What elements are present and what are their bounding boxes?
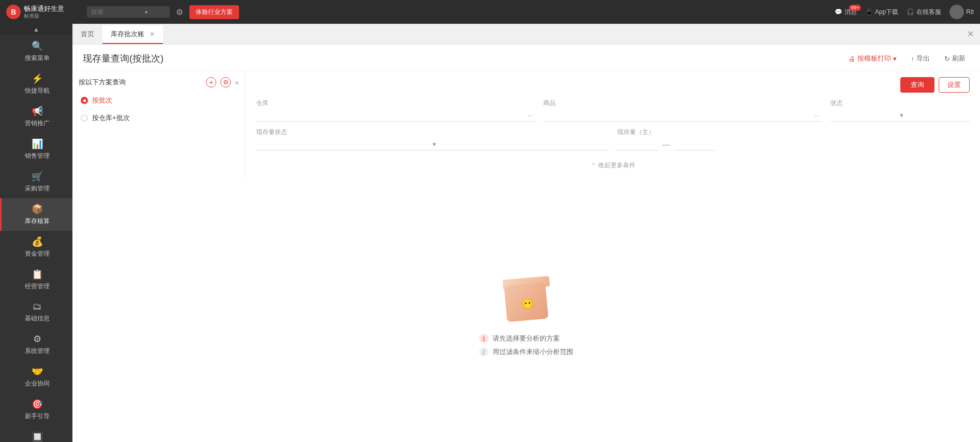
sidebar: ▲ 🔍 搜索菜单 ⚡ 快捷导航 📢 营销推广 📊 销售管理 🛒 采购管理 📦 库… [0,24,72,442]
main-layout: ▲ 🔍 搜索菜单 ⚡ 快捷导航 📢 营销推广 📊 销售管理 🛒 采购管理 📦 库… [0,24,980,442]
sidebar-item-apps[interactable]: 🔲 应用中心 [0,426,72,442]
filter-warehouse-field: 仓库 ··· [256,99,535,122]
warehouse-input[interactable] [256,109,526,121]
tab-inventory-batch[interactable]: 库存批次账 ✕ [102,25,163,44]
sidebar-item-system[interactable]: ⚙ 系统管理 [0,328,72,361]
empty-illustration: 😶 [495,263,557,326]
sidebar-item-sales[interactable]: 📊 销售管理 [0,133,72,166]
inventory-qty-max-input[interactable] [674,138,716,151]
warehouse-input-wrapper: ··· [256,109,535,122]
sidebar-item-operation[interactable]: 📋 经营管理 [0,263,72,296]
lightning-icon: ⚡ [32,73,43,84]
tab-close-icon[interactable]: ✕ [150,31,155,38]
filter-panel-actions: + ⚙ « [206,77,239,87]
top-bar-right: 💬 消息 99+ 📱 App下载 🎧 在线客服 Rit [835,5,974,19]
print-template-button[interactable]: 🖨 按模板打印 ▾ [844,52,901,65]
clipboard-icon: 📋 [32,269,43,280]
search-dropdown-arrow[interactable]: ▾ [145,9,147,15]
experience-button[interactable]: 体验行业方案 [189,5,239,19]
export-button[interactable]: ↑ 导出 [907,52,934,65]
online-service-button[interactable]: 🎧 在线客服 [907,8,941,17]
sidebar-item-enterprise[interactable]: 🤝 企业协同 [0,361,72,393]
box-face: 😶 [521,297,534,311]
filter-option-by-batch[interactable]: 按批次 [72,92,245,109]
megaphone-icon: 📢 [32,106,43,117]
inventory-status-arrow[interactable]: ▾ [433,140,609,148]
filter-product-field: 商品 ··· [543,99,822,122]
money-icon: 💰 [32,236,43,247]
filter-add-button[interactable]: + [206,77,216,87]
inventory-qty-label: 现存量（主） [617,128,970,137]
empty-state: 😶 1 请先选择要分析的方案 2 用过滤条件来缩小分析范围 [72,178,980,442]
inventory-status-select[interactable]: ▾ [256,138,609,151]
close-all-tabs-icon[interactable]: ✕ [967,29,974,39]
sidebar-scroll-up[interactable]: ▲ [0,24,72,35]
print-dropdown-arrow[interactable]: ▾ [893,55,897,63]
status-select-wrapper[interactable]: ▾ [830,109,970,122]
search-bar[interactable]: ▾ [87,6,170,18]
tab-home[interactable]: 首页 [72,25,102,44]
status-select-arrow[interactable]: ▾ [900,111,970,119]
page-header-actions: 🖨 按模板打印 ▾ ↑ 导出 ↻ 刷新 [844,52,970,65]
collapse-more-button[interactable]: ⌃ 收起更多条件 [256,157,970,172]
sidebar-item-finance[interactable]: 💰 资金管理 [0,231,72,263]
refresh-icon: ↻ [944,55,950,63]
settings-button[interactable]: 设置 [939,77,970,93]
warehouse-dots-button[interactable]: ··· [526,112,535,119]
folder-icon: 🗂 [33,301,42,312]
inventory-qty-min-input[interactable] [617,138,659,151]
sidebar-item-marketing[interactable]: 📢 营销推广 [0,100,72,133]
product-input-wrapper: ··· [543,109,822,122]
filter-panel-header: 按以下方案查询 + ⚙ « [72,77,245,92]
message-icon: 💬 [835,8,842,16]
sidebar-item-newbie[interactable]: 🎯 新手引导 [0,393,72,426]
gear-icon: ⚙ [33,333,41,345]
right-top-actions: 查询 设置 [256,77,970,93]
filter-settings-button[interactable]: ⚙ [220,77,231,87]
print-icon: 🖨 [849,55,855,63]
empty-tip-2: 2 用过滤条件来缩小分析范围 [479,347,573,357]
top-bar-center: ▾ ⚙ 体验行业方案 [79,5,835,19]
logo-text: 畅康通好生意 标准版 [24,5,64,19]
user-avatar [949,5,964,19]
sidebar-item-shortcut[interactable]: ⚡ 快捷导航 [0,68,72,100]
search-input[interactable] [91,8,143,16]
warehouse-label: 仓库 [256,99,535,108]
message-button[interactable]: 💬 消息 99+ [835,8,857,17]
filter-option-by-warehouse-batch[interactable]: 按仓库+批次 [72,109,245,127]
app-download-button[interactable]: 📱 App下载 [865,8,898,17]
filter-radio-by-warehouse-batch [81,114,88,122]
cart-icon: 🛒 [32,171,43,182]
search-icon: 🔍 [32,40,43,52]
tab-bar: 首页 库存批次账 ✕ ✕ [72,24,980,45]
sidebar-item-basic[interactable]: 🗂 基础信息 [0,296,72,328]
tab-bar-right: ✕ [961,24,980,44]
qty-dash: — [663,140,670,149]
product-dots-button[interactable]: ··· [813,112,822,119]
right-filter-panel: 查询 设置 仓库 ··· 商品 [246,71,980,178]
query-button[interactable]: 查询 [900,77,934,93]
inventory-qty-row: — [617,138,970,151]
sidebar-item-purchase[interactable]: 🛒 采购管理 [0,166,72,198]
top-bar: B 畅康通好生意 标准版 ▾ ⚙ 体验行业方案 💬 消息 99+ 📱 App下载… [0,0,980,24]
export-icon: ↑ [911,55,915,63]
product-input[interactable] [543,109,813,121]
phone-icon: 📱 [865,8,873,16]
filter-collapse-button[interactable]: « [235,78,239,86]
refresh-button[interactable]: ↻ 刷新 [940,52,970,65]
filter-status-field: 状态 ▾ [830,99,970,122]
filter-row-1: 仓库 ··· 商品 ··· [256,99,970,122]
sidebar-item-search[interactable]: 🔍 搜索菜单 [0,35,72,68]
page-title: 现存量查询(按批次) [83,52,164,65]
user-profile[interactable]: Rit [949,5,974,19]
status-label: 状态 [830,99,970,108]
filter-row-2: 现存量状态 ▾ 现存量（主） — [256,128,970,151]
logo-icon: B [6,5,21,19]
left-filter-panel: 按以下方案查询 + ⚙ « 按批次 按仓库+批次 [72,71,246,178]
tip-num-1: 1 [479,334,488,343]
sidebar-item-inventory[interactable]: 📦 库存核算 [0,198,72,231]
filter-radio-by-batch [81,97,88,104]
chart-icon: 📊 [32,138,43,150]
top-gear-icon[interactable]: ⚙ [174,5,185,19]
target-icon: 🎯 [32,399,43,410]
